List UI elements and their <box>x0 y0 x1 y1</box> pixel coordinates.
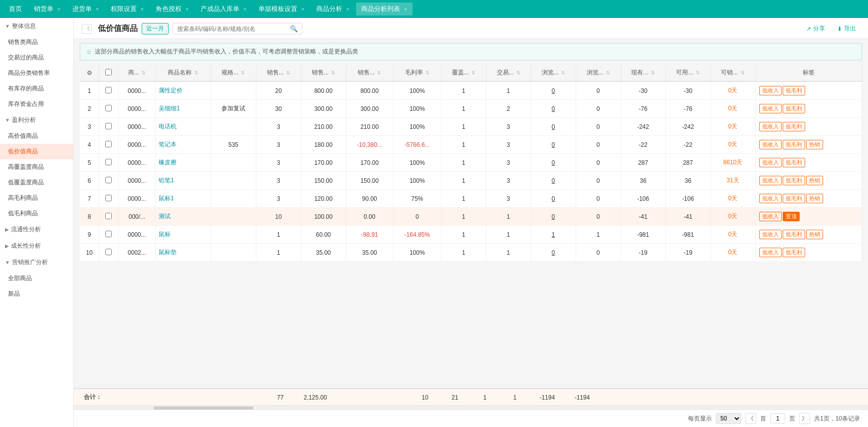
row-checkbox-cell[interactable] <box>99 208 119 226</box>
row-checkbox[interactable] <box>105 141 112 147</box>
sidebar-group-marketing[interactable]: ▼ 营销推广分析 <box>0 254 73 271</box>
collapse-sidebar-button[interactable]: 《 <box>82 24 92 34</box>
row-name[interactable]: 鼠标 <box>155 226 211 244</box>
close-icon[interactable]: × <box>404 6 407 12</box>
browse-link[interactable]: 0 <box>552 87 555 94</box>
browse-link[interactable]: 0 <box>552 195 555 202</box>
row-checkbox[interactable] <box>105 213 112 219</box>
row-checkbox[interactable] <box>105 195 112 201</box>
close-icon[interactable]: × <box>301 6 304 12</box>
browse-link[interactable]: 0 <box>552 249 555 256</box>
browse-link[interactable]: 0 <box>552 159 555 166</box>
sidebar-group-profit[interactable]: ▼ 盈利分析 <box>0 112 73 128</box>
close-icon[interactable]: × <box>57 6 60 12</box>
close-icon[interactable]: × <box>186 6 189 12</box>
row-checkbox-cell[interactable] <box>99 244 119 262</box>
col-sales-qty[interactable]: 销售... ⇅ <box>256 64 301 81</box>
nav-permissions[interactable]: 权限设置 × <box>106 2 149 15</box>
sidebar-item-traded-products[interactable]: 交易过的商品 <box>0 50 73 65</box>
row-checkbox[interactable] <box>105 105 112 111</box>
sidebar-item-high-margin[interactable]: 高毛利商品 <box>0 190 73 206</box>
sidebar-item-low-margin[interactable]: 低毛利商品 <box>0 206 73 221</box>
row-name[interactable]: 铅笔1 <box>155 172 211 190</box>
browse-link[interactable]: 0 <box>552 105 555 112</box>
first-page-button[interactable]: 《 <box>745 413 756 424</box>
nav-template-settings[interactable]: 单据模板设置 × <box>253 2 309 15</box>
row-name[interactable]: 鼠标垫 <box>155 244 211 262</box>
col-browse2[interactable]: 浏览... ⇅ <box>576 64 621 81</box>
row-checkbox[interactable] <box>105 177 112 183</box>
sidebar-item-sales-products[interactable]: 销售类商品 <box>0 34 73 50</box>
col-gross-margin[interactable]: 毛利率 ⇅ <box>393 64 441 81</box>
sidebar-item-high-value[interactable]: 高价值商品 <box>0 128 73 144</box>
col-current[interactable]: 现有... ⇅ <box>621 64 665 81</box>
row-browse1[interactable]: 0 <box>531 208 576 226</box>
col-sales-avg[interactable]: 销售... ⇅ <box>346 64 393 81</box>
row-name[interactable]: 测试 <box>155 208 211 226</box>
row-checkbox-cell[interactable] <box>99 81 119 100</box>
page-number-input[interactable] <box>770 414 785 424</box>
row-name[interactable]: 鼠标1 <box>155 190 211 208</box>
row-checkbox[interactable] <box>105 123 112 129</box>
share-button[interactable]: ↗ 分享 <box>802 23 829 34</box>
sidebar-item-all-products[interactable]: 全部商品 <box>0 271 73 286</box>
col-coverage[interactable]: 覆盖... ⇅ <box>441 64 486 81</box>
col-code[interactable]: 商... ⇅ <box>118 64 155 81</box>
select-all-checkbox[interactable] <box>105 69 112 75</box>
row-checkbox-cell[interactable] <box>99 172 119 190</box>
search-icon[interactable]: 🔍 <box>290 25 298 32</box>
row-name[interactable]: 吴细细1 <box>155 100 211 118</box>
close-icon[interactable]: × <box>243 6 246 12</box>
row-checkbox-cell[interactable] <box>99 154 119 172</box>
row-name[interactable]: 橡皮擦 <box>155 154 211 172</box>
next-page-button[interactable]: 》 <box>799 413 810 424</box>
nav-product-analysis[interactable]: 商品分析 × <box>311 2 354 15</box>
export-button[interactable]: ⬇ 导出 <box>833 23 860 34</box>
nav-sales-order[interactable]: 销货单 × <box>29 2 65 15</box>
browse-link[interactable]: 0 <box>552 177 555 184</box>
sidebar-item-high-coverage[interactable]: 高覆盖度商品 <box>0 159 73 175</box>
col-name[interactable]: 商品名称 ⇅ <box>155 64 211 81</box>
row-checkbox[interactable] <box>105 249 112 255</box>
close-icon[interactable]: × <box>141 6 144 12</box>
col-available[interactable]: 可用... ⇅ <box>665 64 710 81</box>
col-spec[interactable]: 规格... ⇅ <box>211 64 256 81</box>
sidebar-item-low-coverage[interactable]: 低覆盖度商品 <box>0 175 73 190</box>
row-browse1[interactable]: 0 <box>531 172 576 190</box>
browse-link[interactable]: 0 <box>552 141 555 148</box>
row-browse1[interactable]: 0 <box>531 81 576 100</box>
row-browse1[interactable]: 0 <box>531 244 576 262</box>
row-browse1[interactable]: 0 <box>531 190 576 208</box>
row-checkbox[interactable] <box>105 159 112 165</box>
row-checkbox-cell[interactable] <box>99 118 119 136</box>
row-name[interactable]: 属性定价 <box>155 81 211 100</box>
sidebar-item-category-sales-rate[interactable]: 商品分类销售率 <box>0 65 73 81</box>
browse-link[interactable]: 0 <box>552 213 555 220</box>
row-checkbox[interactable] <box>105 231 112 237</box>
period-tag-button[interactable]: 近一月 <box>142 23 169 34</box>
search-input[interactable] <box>177 25 288 32</box>
sidebar-group-liquidity[interactable]: ▶ 流通性分析 <box>0 221 73 238</box>
close-icon[interactable]: × <box>346 6 349 12</box>
sidebar-item-new-products[interactable]: 新品 <box>0 286 73 302</box>
col-settings[interactable]: ⚙ <box>80 64 99 81</box>
col-saleable[interactable]: 可销... ⇅ <box>710 64 755 81</box>
sidebar-group-growth[interactable]: ▶ 成长性分析 <box>0 238 73 254</box>
row-browse1[interactable]: 0 <box>531 154 576 172</box>
row-checkbox-cell[interactable] <box>99 226 119 244</box>
row-browse1[interactable]: 0 <box>531 136 576 154</box>
col-browse1[interactable]: 浏览... ⇅ <box>531 64 576 81</box>
table-wrapper[interactable]: ⚙ 商... ⇅ 商品名称 ⇅ 规格... ⇅ 销售... ⇅ 销售... ⇅ … <box>74 64 868 388</box>
row-name[interactable]: 电话机 <box>155 118 211 136</box>
nav-role-auth[interactable]: 角色授权 × <box>151 2 194 15</box>
row-checkbox[interactable] <box>105 87 112 93</box>
browse-link[interactable]: 0 <box>552 123 555 130</box>
row-name[interactable]: 笔记本 <box>155 136 211 154</box>
row-browse1[interactable]: 0 <box>531 100 576 118</box>
row-checkbox-cell[interactable] <box>99 190 119 208</box>
row-checkbox-cell[interactable] <box>99 136 119 154</box>
sidebar-item-low-value[interactable]: 低价值商品 <box>0 144 73 159</box>
per-page-select[interactable]: 50 100 200 <box>716 413 741 424</box>
row-checkbox-cell[interactable] <box>99 100 119 118</box>
row-browse1[interactable]: 0 <box>531 118 576 136</box>
